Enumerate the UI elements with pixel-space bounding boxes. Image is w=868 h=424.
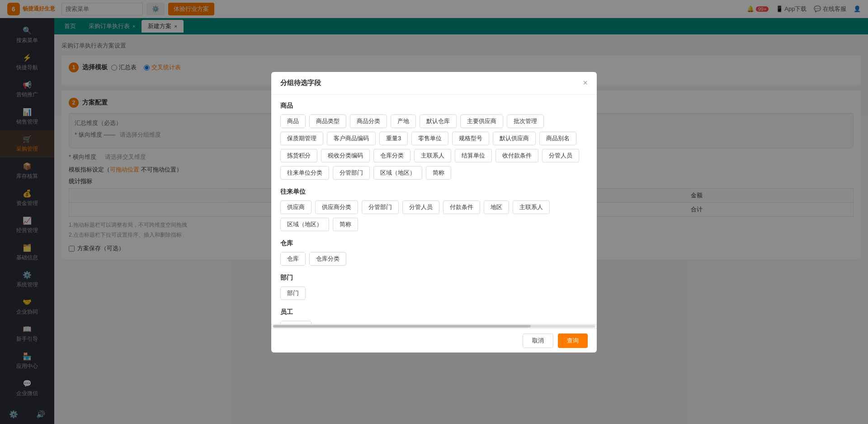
section-staff-fields: 业务员 bbox=[280, 321, 588, 324]
field-tag-origin[interactable]: 产地 bbox=[391, 114, 416, 128]
field-tag-main-contact[interactable]: 主联系人 bbox=[414, 149, 451, 162]
section-partner: 往来单位 供应商 供应商分类 分管部门 分管人员 付款条件 地区 主联系人 区域… bbox=[280, 188, 588, 231]
section-dept-fields: 部门 bbox=[280, 286, 588, 300]
dialog-title: 分组待选字段 bbox=[280, 79, 321, 87]
field-tag-abbrev-product[interactable]: 简称 bbox=[426, 166, 451, 180]
field-tag-default-warehouse[interactable]: 默认仓库 bbox=[420, 114, 457, 128]
field-tag-sales-rep[interactable]: 业务员 bbox=[280, 321, 311, 324]
field-tag-retail-unit[interactable]: 零售单位 bbox=[411, 132, 448, 145]
section-dept-title: 部门 bbox=[280, 274, 588, 282]
section-warehouse-title: 仓库 bbox=[280, 239, 588, 248]
field-tag-default-supplier[interactable]: 默认供应商 bbox=[493, 132, 536, 145]
field-tag-product-type[interactable]: 商品类型 bbox=[309, 114, 346, 128]
confirm-button[interactable]: 查询 bbox=[558, 333, 588, 348]
field-tag-contact-partner[interactable]: 主联系人 bbox=[513, 200, 550, 214]
field-tag-warehouse-cat[interactable]: 仓库分类 bbox=[309, 252, 346, 266]
section-staff-title: 员工 bbox=[280, 308, 588, 316]
dialog-body[interactable]: 商品 商品 商品类型 商品分类 产地 默认仓库 主要供应商 批次管理 保质期管理… bbox=[271, 95, 597, 324]
dialog-overlay: 分组待选字段 × 商品 商品 商品类型 商品分类 产地 默认仓库 主要供应商 批… bbox=[0, 0, 868, 424]
field-tag-product-category[interactable]: 商品分类 bbox=[350, 114, 387, 128]
field-tag-shelf-life[interactable]: 保质期管理 bbox=[280, 132, 323, 145]
field-tag-product[interactable]: 商品 bbox=[280, 114, 306, 128]
field-tag-region-product[interactable]: 区域（地区） bbox=[373, 166, 422, 180]
field-tag-tax-code[interactable]: 税收分类编码 bbox=[321, 149, 370, 162]
field-tag-weight3[interactable]: 重量3 bbox=[379, 132, 408, 145]
section-warehouse-fields: 仓库 仓库分类 bbox=[280, 252, 588, 266]
section-partner-fields: 供应商 供应商分类 分管部门 分管人员 付款条件 地区 主联系人 区域（地区） … bbox=[280, 200, 588, 231]
field-tag-person-partner[interactable]: 分管人员 bbox=[402, 200, 439, 214]
field-tag-dept[interactable]: 部门 bbox=[280, 286, 306, 300]
section-partner-title: 往来单位 bbox=[280, 188, 588, 196]
field-tag-payment-cond[interactable]: 付款条件 bbox=[443, 200, 480, 214]
dialog-close-button[interactable]: × bbox=[583, 78, 588, 88]
section-dept: 部门 部门 bbox=[280, 274, 588, 300]
field-tag-warehouse-category[interactable]: 仓库分类 bbox=[373, 149, 410, 162]
field-tag-pick-points[interactable]: 拣货积分 bbox=[280, 149, 317, 162]
field-tag-dept-mgmt[interactable]: 分管部门 bbox=[333, 166, 370, 180]
field-tag-customer-code[interactable]: 客户商品编码 bbox=[327, 132, 376, 145]
dialog-footer: 取消 查询 bbox=[271, 329, 597, 353]
field-tag-spec-model[interactable]: 规格型号 bbox=[452, 132, 489, 145]
field-select-dialog: 分组待选字段 × 商品 商品 商品类型 商品分类 产地 默认仓库 主要供应商 批… bbox=[271, 72, 597, 353]
field-tag-settlement-unit[interactable]: 结算单位 bbox=[455, 149, 492, 162]
field-tag-area-partner[interactable]: 地区 bbox=[484, 200, 509, 214]
field-tag-manager[interactable]: 分管人员 bbox=[542, 149, 579, 162]
field-tag-payment-terms[interactable]: 收付款条件 bbox=[495, 149, 538, 162]
section-product-fields: 商品 商品类型 商品分类 产地 默认仓库 主要供应商 批次管理 保质期管理 客户… bbox=[280, 114, 588, 180]
cancel-button[interactable]: 取消 bbox=[523, 333, 553, 348]
field-tag-product-alias[interactable]: 商品别名 bbox=[539, 132, 576, 145]
field-tag-region-partner[interactable]: 区域（地区） bbox=[280, 218, 329, 231]
field-tag-dept-partner[interactable]: 分管部门 bbox=[362, 200, 399, 214]
section-product-title: 商品 bbox=[280, 102, 588, 110]
section-warehouse: 仓库 仓库 仓库分类 bbox=[280, 239, 588, 266]
field-tag-main-supplier[interactable]: 主要供应商 bbox=[460, 114, 503, 128]
dialog-header: 分组待选字段 × bbox=[271, 72, 597, 95]
section-product: 商品 商品 商品类型 商品分类 产地 默认仓库 主要供应商 批次管理 保质期管理… bbox=[280, 102, 588, 180]
dialog-hscroll[interactable] bbox=[271, 324, 597, 328]
field-tag-supplier[interactable]: 供应商 bbox=[280, 200, 311, 214]
field-tag-abbrev-partner[interactable]: 简称 bbox=[333, 218, 358, 231]
field-tag-batch-mgmt[interactable]: 批次管理 bbox=[507, 114, 544, 128]
section-staff: 员工 业务员 bbox=[280, 308, 588, 324]
field-tag-warehouse[interactable]: 仓库 bbox=[280, 252, 306, 266]
field-tag-partner-category[interactable]: 往来单位分类 bbox=[280, 166, 329, 180]
field-tag-supplier-category[interactable]: 供应商分类 bbox=[315, 200, 358, 214]
